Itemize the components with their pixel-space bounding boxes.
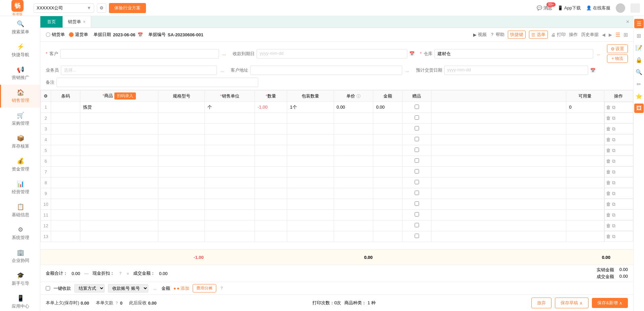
row-quantity[interactable] [255,134,287,145]
video-button[interactable]: ▶ 视频 [473,32,487,38]
row-unit-price[interactable] [334,113,373,123]
row-gift[interactable] [402,123,431,134]
row-unit-price[interactable] [334,199,373,209]
row-spec[interactable] [158,145,204,156]
row-copy-button[interactable]: ⧉ [612,180,615,186]
receipt-date-calendar-icon[interactable]: 📅 [409,51,415,56]
row-barcode[interactable] [51,123,80,134]
row-barcode[interactable] [51,220,80,231]
user-menu[interactable] [631,3,640,13]
row-quantity[interactable] [255,220,287,231]
row-barcode[interactable] [51,199,80,209]
row-unit-price[interactable] [334,220,373,231]
row-quantity[interactable] [255,199,287,209]
row-product[interactable] [80,145,158,156]
row-unit[interactable] [205,145,255,156]
radio-return-order[interactable]: 退货单 [69,32,88,38]
view-list-icon[interactable]: ☰ [615,32,620,38]
row-barcode[interactable] [51,102,80,113]
row-amount[interactable] [373,145,402,156]
row-quantity[interactable] [255,113,287,123]
row-unit[interactable] [205,188,255,199]
row-delete-button[interactable]: 🗑 [606,126,611,131]
row-spec[interactable] [158,188,204,199]
row-unit[interactable] [205,209,255,220]
row-quantity[interactable] [255,166,287,177]
customer-address-input[interactable] [250,66,402,75]
row-unit-price[interactable]: 0.00 [334,102,373,113]
col-settings[interactable]: ⚙ [41,90,51,102]
row-unit-price[interactable] [334,123,373,134]
row-spec[interactable] [158,199,204,209]
discard-button[interactable]: 放弃 [531,298,552,308]
row-gift[interactable] [402,199,431,209]
print-button[interactable]: 🖨 打印 [551,32,566,38]
salesperson-ellipsis[interactable]: ... [219,68,225,73]
select-order-button[interactable]: ☰ 选单 [529,31,548,39]
tab-sales-order[interactable]: 销货单 × [63,16,91,28]
row-amount[interactable] [373,134,402,145]
shortcut-button[interactable]: 快捷键 [508,31,526,39]
row-quantity[interactable] [255,188,287,199]
row-amount[interactable] [373,123,402,134]
nav-prev-icon[interactable]: ◀ [602,32,605,37]
right-panel-edit-btn[interactable]: ✏ [634,79,644,89]
row-unit[interactable] [205,134,255,145]
row-gift[interactable] [402,231,431,242]
row-quantity[interactable]: -1.00 [255,102,287,113]
row-copy-button[interactable]: ⧉ [612,158,615,164]
remarks-input[interactable] [56,78,258,87]
row-gift[interactable] [402,188,431,199]
radio-sales-order[interactable]: 销货单 [46,32,65,38]
row-copy-button[interactable]: ⧉ [612,191,615,196]
row-spec[interactable] [158,134,204,145]
save-new-button[interactable]: 保存&新增 ∧ [592,298,628,308]
settings-btn[interactable]: ⚙ 设置 [607,44,628,53]
sidebar-item-search[interactable]: 🔍 搜索菜单 [0,16,40,39]
right-panel-grid-btn[interactable]: ⊞ [634,31,644,40]
row-unit-price[interactable] [334,231,373,242]
row-copy-button[interactable]: ⧉ [612,201,615,207]
row-copy-button[interactable]: ⧉ [612,212,615,218]
row-unit[interactable] [205,156,255,166]
row-spec[interactable] [158,231,204,242]
right-panel-lock-btn[interactable]: 🔒 [634,55,644,65]
right-panel-search-btn[interactable]: 🔍 [634,67,644,77]
row-unit[interactable] [205,113,255,123]
sidebar-item-marketing[interactable]: 📢 营销推广 [0,62,40,85]
row-barcode[interactable] [51,209,80,220]
row-gift[interactable] [402,209,431,220]
row-spec[interactable] [158,113,204,123]
row-barcode[interactable] [51,113,80,123]
warehouse-input[interactable]: 建材仓 [434,49,593,59]
add-payment-button[interactable]: ● ● 添加 [174,285,189,291]
row-product[interactable] [80,113,158,123]
discount-info-icon[interactable]: ？ [118,271,122,276]
right-panel-star-btn[interactable]: ⭐ [634,91,644,101]
row-quantity[interactable] [255,156,287,166]
row-unit-price[interactable] [334,209,373,220]
row-amount[interactable] [373,231,402,242]
fee-split-info-icon[interactable]: ？ [220,285,224,291]
help-button[interactable]: ？ 帮助 [490,32,504,38]
customer-ellipsis[interactable]: ... [221,51,227,56]
row-unit-price[interactable] [334,145,373,156]
logistics-btn[interactable]: + 物流 [607,54,628,63]
row-delete-button[interactable]: 🗑 [606,191,611,196]
row-delete-button[interactable]: 🗑 [606,212,611,218]
row-amount[interactable]: 0.00 [373,102,402,113]
settlement-method-select[interactable]: 结算方式 [74,284,105,293]
sidebar-item-finance[interactable]: 💰 资金管理 [0,153,40,176]
row-amount[interactable] [373,220,402,231]
row-product[interactable] [80,188,158,199]
row-gift[interactable] [402,166,431,177]
date-calendar-icon[interactable]: 📅 [138,32,143,37]
sidebar-item-newbie[interactable]: 🎓 新手引导 [0,268,40,290]
row-package-qty[interactable] [287,156,334,166]
customer-input[interactable] [60,49,219,59]
row-package-qty[interactable]: 1个 [287,102,334,113]
row-unit[interactable] [205,199,255,209]
fee-split-button[interactable]: 费用分摊 [193,284,216,293]
row-unit-price[interactable] [334,166,373,177]
row-package-qty[interactable] [287,199,334,209]
